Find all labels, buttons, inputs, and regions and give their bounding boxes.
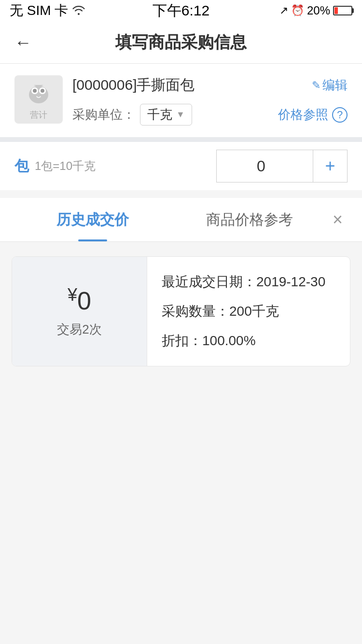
dropdown-arrow-icon: ▼: [176, 110, 185, 120]
back-button[interactable]: ←: [10, 28, 37, 57]
quantity-input[interactable]: [216, 150, 313, 182]
svg-point-0: [29, 86, 48, 103]
edit-icon: ✎: [312, 79, 320, 92]
discount-row: 折扣：100.00%: [162, 330, 335, 352]
svg-point-4: [41, 89, 44, 93]
tabs-container: 历史成交价 商品价格参考 ×: [0, 198, 362, 242]
svg-point-3: [33, 89, 37, 93]
thumbnail-label: 营计: [30, 109, 47, 121]
product-name: [0000006]手撕面包: [72, 75, 195, 95]
quantity-plus-button[interactable]: +: [313, 150, 348, 182]
price-ref-help-icon: ?: [332, 107, 348, 123]
unit-equivalence: 1包=10千克: [35, 158, 96, 174]
close-button[interactable]: ×: [328, 206, 348, 233]
edit-button[interactable]: ✎ 编辑: [312, 77, 348, 94]
battery-indicator: [333, 6, 352, 15]
price-reference-button[interactable]: 价格参照 ?: [278, 106, 348, 123]
tabs-header: 历史成交价 商品价格参考 ×: [0, 198, 362, 241]
price-summary-left: ¥0 交易2次: [12, 257, 147, 366]
quantity-unit-badge: 包: [14, 156, 29, 176]
latest-date-row: 最近成交日期：2019-12-30: [162, 271, 335, 293]
quantity-input-group: +: [216, 150, 348, 182]
status-left: 无 SIM 卡: [10, 1, 85, 20]
wifi-icon: [72, 3, 85, 18]
purchase-quantity-row: 采购数量：200千克: [162, 301, 335, 322]
tab-active-underline: [78, 239, 107, 241]
product-card: 营计 [0000006]手撕面包 ✎ 编辑 采购单位： 千克 ▼ 价格参照: [0, 64, 362, 137]
tab-history-price[interactable]: 历史成交价: [14, 198, 171, 241]
status-bar: 无 SIM 卡 下午6:12 ↗ ⏰ 20%: [0, 0, 362, 21]
price-detail-right: 最近成交日期：2019-12-30 采购数量：200千克 折扣：100.00%: [147, 257, 350, 366]
no-sim-label: 无 SIM 卡: [10, 1, 68, 20]
section-divider: [0, 137, 362, 142]
price-display: ¥0: [68, 285, 91, 315]
trade-count: 交易2次: [57, 321, 101, 338]
page-title: 填写商品采购信息: [115, 31, 247, 54]
battery-pct: 20%: [307, 4, 330, 17]
product-info: [0000006]手撕面包 ✎ 编辑 采购单位： 千克 ▼ 价格参照 ?: [72, 75, 348, 126]
product-thumbnail: 营计: [14, 75, 63, 124]
history-price-card: ¥0 交易2次 最近成交日期：2019-12-30 采购数量：200千克 折扣：…: [12, 256, 350, 366]
location-icon: ↗: [279, 4, 288, 17]
tab-product-price-ref[interactable]: 商品价格参考: [171, 198, 327, 241]
nav-bar: ← 填写商品采购信息: [0, 21, 362, 64]
quantity-row: 包 1包=10千克 +: [0, 142, 362, 190]
status-time: 下午6:12: [153, 1, 209, 21]
status-right: ↗ ⏰ 20%: [279, 4, 352, 17]
unit-select-dropdown[interactable]: 千克 ▼: [140, 104, 192, 126]
unit-row: 采购单位： 千克 ▼: [72, 104, 192, 126]
alarm-icon: ⏰: [291, 4, 304, 17]
